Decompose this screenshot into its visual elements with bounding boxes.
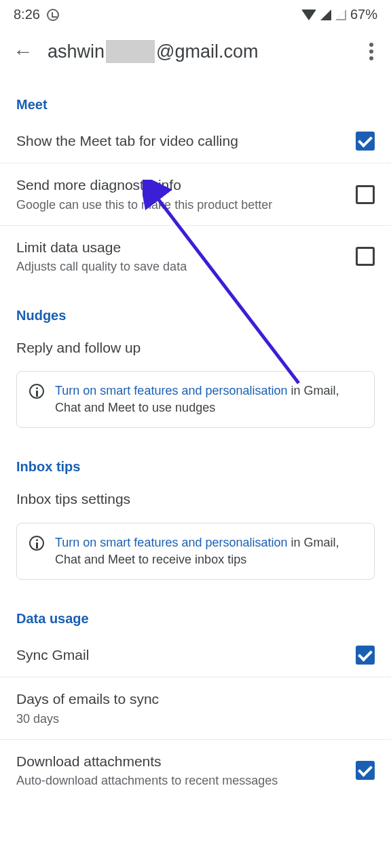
info-link: Turn on smart features and personalisati…	[55, 384, 288, 397]
row-title: Download attachments	[16, 752, 345, 771]
row-subtitle: Adjusts call quality to save data	[16, 258, 345, 275]
back-button[interactable]: ←	[11, 40, 35, 63]
info-link: Turn on smart features and personalisati…	[55, 536, 288, 549]
info-card-nudges[interactable]: Turn on smart features and personalisati…	[16, 371, 375, 428]
redacted-block	[106, 40, 155, 63]
row-title: Sync Gmail	[16, 646, 345, 665]
app-bar: ← ashwin@gmail.com	[0, 26, 391, 77]
account-email: ashwin@gmail.com	[48, 40, 353, 63]
status-battery: 67%	[350, 7, 377, 22]
info-text: Turn on smart features and personalisati…	[55, 534, 362, 568]
row-limit-data[interactable]: Limit data usage Adjusts call quality to…	[0, 226, 391, 288]
row-title: Show the Meet tab for video calling	[16, 132, 345, 151]
section-data-usage-header: Data usage	[0, 580, 391, 633]
info-text: Turn on smart features and personalisati…	[55, 382, 362, 416]
row-download-attachments[interactable]: Download attachments Auto-download attac…	[0, 740, 391, 802]
checkbox-download-attachments[interactable]	[356, 761, 375, 780]
row-reply-followup[interactable]: Reply and follow up	[0, 330, 391, 361]
row-subtitle: Google can use this to make this product…	[16, 197, 345, 213]
status-right: 67%	[301, 7, 377, 22]
info-card-inbox-tips[interactable]: Turn on smart features and personalisati…	[16, 523, 375, 580]
row-days-sync[interactable]: Days of emails to sync 30 days	[0, 677, 391, 740]
status-bar: 8:26 67%	[0, 0, 391, 26]
signal-icon	[320, 9, 331, 20]
checkbox-show-meet-tab[interactable]	[356, 132, 375, 151]
row-title: Inbox tips settings	[16, 490, 375, 509]
row-title: Reply and follow up	[16, 338, 375, 357]
section-meet-header: Meet	[0, 77, 391, 119]
checkbox-limit-data[interactable]	[356, 247, 375, 266]
row-subtitle: Auto-download attachments to recent mess…	[16, 772, 345, 789]
row-sync-gmail[interactable]: Sync Gmail	[0, 633, 391, 677]
info-icon	[29, 536, 44, 551]
row-title: Send more diagnostic info	[16, 176, 345, 195]
row-title: Days of emails to sync	[16, 690, 375, 709]
checkbox-diagnostic-info[interactable]	[356, 185, 375, 204]
email-prefix: ashwin	[48, 41, 105, 62]
info-icon	[29, 384, 44, 399]
row-title: Limit data usage	[16, 238, 345, 257]
section-inbox-tips-header: Inbox tips	[0, 428, 391, 481]
checkbox-sync-gmail[interactable]	[356, 646, 375, 665]
email-suffix: @gmail.com	[156, 41, 258, 62]
section-nudges-header: Nudges	[0, 288, 391, 330]
wifi-icon	[301, 9, 316, 20]
row-show-meet-tab[interactable]: Show the Meet tab for video calling	[0, 119, 391, 163]
row-subtitle: 30 days	[16, 711, 375, 727]
row-inbox-tips-settings[interactable]: Inbox tips settings	[0, 481, 391, 513]
status-left: 8:26	[14, 7, 59, 22]
clock-icon	[47, 9, 59, 21]
more-menu-button[interactable]	[365, 39, 377, 64]
row-diagnostic-info[interactable]: Send more diagnostic info Google can use…	[0, 163, 391, 226]
status-time: 8:26	[14, 7, 40, 22]
signal-empty-icon	[335, 9, 346, 20]
